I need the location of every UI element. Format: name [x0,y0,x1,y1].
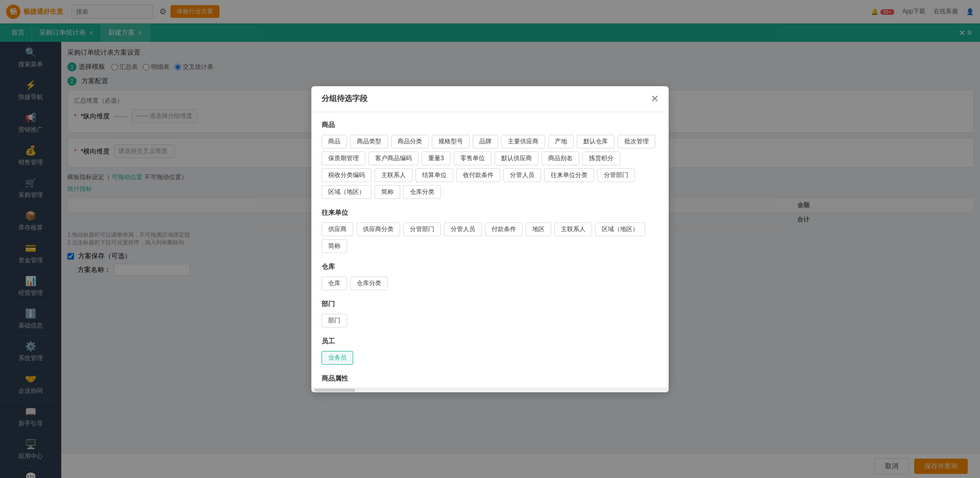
chip-brand[interactable]: 品牌 [473,135,498,148]
chip-mgr-person[interactable]: 分管人员 [503,168,541,182]
chip-main-supplier[interactable]: 主要供应商 [501,135,545,148]
chip-product[interactable]: 商品 [322,135,347,148]
modal-scroll-track[interactable] [311,388,669,392]
chip-origin[interactable]: 产地 [548,135,574,148]
warehouse-chips: 仓库 仓库分类 [322,276,658,290]
modal-body: 商品 商品 商品类型 商品分类 规格型号 品牌 主要供应商 产地 默认仓库 批次… [311,112,669,388]
chip-retail-unit[interactable]: 零售单位 [454,152,492,165]
chip-short-name[interactable]: 简称 [375,185,400,199]
chip-warehouse[interactable]: 仓库 [322,276,347,290]
chip-cust-code[interactable]: 客户商品编码 [369,152,419,165]
chip-supplier-cat[interactable]: 供应商分类 [356,222,400,236]
chip-default-supplier[interactable]: 默认供应商 [495,152,538,165]
partner-chips: 供应商 供应商分类 分管部门 分管人员 付款条件 地区 主联系人 区域（地区） … [322,222,658,253]
chip-partner-person[interactable]: 分管人员 [444,222,482,236]
chip-default-wh[interactable]: 默认仓库 [577,135,615,148]
chip-weight[interactable]: 重量3 [422,152,451,165]
chip-quality[interactable]: 保质期管理 [322,152,365,165]
section-dept: 部门 部门 [322,299,658,328]
section-warehouse-title: 仓库 [322,262,658,271]
section-product-title: 商品 [322,120,658,130]
chip-partner-region[interactable]: 区域（地区） [595,222,645,236]
chip-area[interactable]: 地区 [526,222,551,236]
chip-payment-terms[interactable]: 收付款条件 [456,168,500,182]
chip-sales-person[interactable]: 业务员 [322,351,353,365]
chip-wh-cat[interactable]: 仓库分类 [403,185,441,199]
chip-supplier[interactable]: 供应商 [322,222,353,236]
chip-partner-short[interactable]: 简称 [322,239,347,253]
chip-spec[interactable]: 规格型号 [432,135,470,148]
chip-region[interactable]: 区域（地区） [322,185,372,199]
chip-partner-contact[interactable]: 主联系人 [554,222,592,236]
chip-pay-terms[interactable]: 付款条件 [485,222,523,236]
product-chips: 商品 商品类型 商品分类 规格型号 品牌 主要供应商 产地 默认仓库 批次管理 … [322,135,658,199]
chip-alias[interactable]: 商品别名 [542,152,579,165]
dept-chips: 部门 [322,314,658,328]
section-employee: 员工 业务员 [322,337,658,365]
chip-batch[interactable]: 批次管理 [618,135,655,148]
chip-mgr-dept[interactable]: 分管部门 [597,168,635,182]
section-product: 商品 商品 商品类型 商品分类 规格型号 品牌 主要供应商 产地 默认仓库 批次… [322,120,658,199]
section-warehouse: 仓库 仓库 仓库分类 [322,262,658,290]
section-employee-title: 员工 [322,337,658,346]
section-dept-title: 部门 [322,299,658,309]
section-product-attr-title: 商品属性 [322,374,658,383]
section-product-attr: 商品属性 属性 颜色 多规格 尺码 鞋码 1 [322,374,658,388]
chip-pick-score[interactable]: 拣货积分 [582,152,620,165]
modal-close-button[interactable]: ✕ [651,93,658,105]
section-partner: 往来单位 供应商 供应商分类 分管部门 分管人员 付款条件 地区 主联系人 区域… [322,208,658,253]
chip-tax-code[interactable]: 税收分类编码 [322,168,372,182]
chip-main-contact[interactable]: 主联系人 [375,168,412,182]
employee-chips: 业务员 [322,351,658,365]
section-partner-title: 往来单位 [322,208,658,217]
modal: 分组待选字段 ✕ 商品 商品 商品类型 商品分类 规格型号 品牌 主要供应商 产… [311,86,669,392]
modal-title: 分组待选字段 [322,94,368,104]
chip-settle-unit[interactable]: 结算单位 [415,168,453,182]
modal-overlay[interactable]: 分组待选字段 ✕ 商品 商品 商品类型 商品分类 规格型号 品牌 主要供应商 产… [0,0,980,478]
chip-product-type[interactable]: 商品类型 [350,135,388,148]
chip-dept[interactable]: 部门 [322,314,347,328]
chip-partner-dept[interactable]: 分管部门 [403,222,441,236]
modal-scroll-thumb[interactable] [314,389,355,392]
chip-partner-cat[interactable]: 往来单位分类 [544,168,594,182]
chip-warehouse-cat[interactable]: 仓库分类 [350,276,388,290]
chip-product-cat[interactable]: 商品分类 [391,135,429,148]
modal-header: 分组待选字段 ✕ [311,86,669,112]
